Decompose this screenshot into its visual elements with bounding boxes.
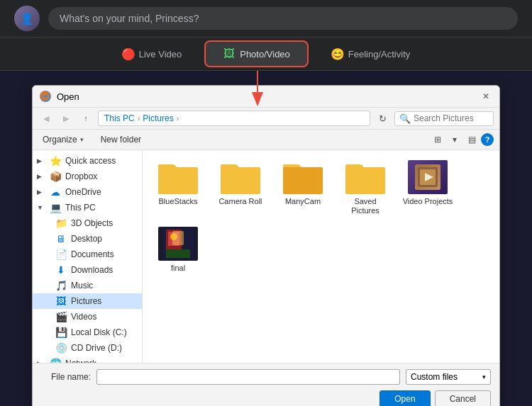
filename-label: File name: xyxy=(41,372,91,382)
fb-header: 👤 What's on your mind, Princess? xyxy=(0,0,532,38)
live-video-icon: 🔴 xyxy=(122,47,135,60)
refresh-button[interactable]: ↻ xyxy=(375,111,390,126)
view-chevron-btn[interactable]: ▾ xyxy=(447,132,462,147)
final-card xyxy=(162,228,194,259)
action-row: Open Cancel xyxy=(41,390,491,406)
filetype-chevron-icon: ▾ xyxy=(482,373,486,380)
network-chevron-icon: ▶ xyxy=(37,360,45,363)
dialog-title-left: Open xyxy=(40,91,79,102)
dialog-title-text: Open xyxy=(57,91,79,102)
new-folder-button[interactable]: New folder xyxy=(96,133,145,146)
camera-roll-folder-icon xyxy=(221,160,260,194)
sidebar-item-desktop[interactable]: 🖥 Desktop xyxy=(33,231,142,247)
back-button[interactable]: ◀ xyxy=(38,111,54,126)
saved-pictures-folder-icon xyxy=(345,160,385,194)
forward-button[interactable]: ▶ xyxy=(58,111,74,126)
sidebar-item-network[interactable]: ▶ 🌐 Network xyxy=(33,356,142,363)
video-projects-thumbnail xyxy=(408,160,448,194)
dropbox-chevron-icon: ▶ xyxy=(37,173,45,180)
feeling-activity-btn[interactable]: 😊 Feeling/Activity xyxy=(314,40,427,67)
file-item-bluestacks[interactable]: BlueStacks xyxy=(150,157,206,218)
what-on-mind-input[interactable]: What's on your mind, Princess? xyxy=(48,7,518,30)
dialog-close-button[interactable]: ✕ xyxy=(480,90,492,103)
avatar: 👤 xyxy=(14,6,40,31)
filetype-label: Custom files xyxy=(411,372,458,382)
live-video-label: Live Video xyxy=(139,49,182,60)
sidebar-label-quick-access: Quick access xyxy=(65,156,116,166)
sidebar-item-downloads[interactable]: ⬇ Downloads xyxy=(33,262,142,278)
saved-pictures-label: Saved Pictures xyxy=(340,197,391,215)
up-button[interactable]: ↑ xyxy=(78,111,94,126)
cd-drive-icon: 💿 xyxy=(55,342,67,354)
sidebar-item-this-pc[interactable]: ▼ 💻 This PC xyxy=(33,200,142,215)
dialog-window-icon xyxy=(40,91,51,102)
sidebar-item-pictures[interactable]: 🖼 Pictures xyxy=(33,293,142,309)
sidebar-label-cd-drive: CD Drive (D:) xyxy=(71,343,122,353)
breadcrumb-bar: This PC › Pictures › xyxy=(98,111,370,126)
videos-icon: 🎬 xyxy=(55,311,67,322)
organize-button[interactable]: Organize ▾ xyxy=(38,133,88,146)
preview-pane-btn[interactable]: ▤ xyxy=(464,132,480,147)
breadcrumb-pictures[interactable]: Pictures xyxy=(143,113,173,123)
photo-video-label: Photo/Video xyxy=(240,49,290,60)
search-bar[interactable]: 🔍 xyxy=(394,111,494,126)
sidebar-label-pictures: Pictures xyxy=(71,296,101,306)
sidebar-item-3d-objects[interactable]: 📁 3D Objects xyxy=(33,215,142,231)
file-item-camera-roll[interactable]: Camera Roll xyxy=(212,157,269,218)
sidebar-item-cd-drive[interactable]: 💿 CD Drive (D:) xyxy=(33,340,142,356)
onedrive-chevron-icon: ▶ xyxy=(37,188,45,196)
svg-rect-6 xyxy=(168,232,179,246)
sidebar-item-videos[interactable]: 🎬 Videos xyxy=(33,309,142,325)
breadcrumb-thispc[interactable]: This PC xyxy=(104,113,135,123)
sidebar-item-quick-access[interactable]: ▶ ⭐ Quick access xyxy=(33,153,142,169)
dropbox-icon: 📦 xyxy=(50,171,61,182)
dialog-sidebar: ▶ ⭐ Quick access ▶ 📦 Dropbox ▶ ☁ OneDriv… xyxy=(33,150,143,363)
post-actions-bar: 🔴 Live Video 🖼 Photo/Video 😊 Feeling/Act… xyxy=(0,38,532,71)
file-item-manycam[interactable]: ManyCam xyxy=(275,157,331,218)
filetype-select[interactable]: Custom files ▾ xyxy=(406,369,491,385)
view-toggle-btn[interactable]: ⊞ xyxy=(430,132,445,147)
final-label: final xyxy=(171,264,185,273)
filename-input[interactable] xyxy=(96,369,400,385)
sidebar-item-music[interactable]: 🎵 Music xyxy=(33,278,142,293)
desktop-icon: 🖥 xyxy=(55,233,67,244)
live-video-btn[interactable]: 🔴 Live Video xyxy=(105,40,199,67)
3d-objects-icon: 📁 xyxy=(55,218,67,229)
sidebar-item-local-disk[interactable]: 💾 Local Disk (C:) xyxy=(33,325,142,340)
video-projects-figure xyxy=(415,164,440,190)
sidebar-label-local-disk: Local Disk (C:) xyxy=(71,327,127,337)
manycam-label: ManyCam xyxy=(285,197,321,206)
file-item-video-projects[interactable]: Video Projects xyxy=(399,157,456,218)
sidebar-label-documents: Documents xyxy=(71,249,114,259)
network-icon: 🌐 xyxy=(50,358,61,363)
sidebar-label-music: Music xyxy=(71,281,93,291)
dialog-files-area: BlueStacks Camera Roll ManyCam xyxy=(143,150,499,363)
sidebar-label-onedrive: OneDrive xyxy=(65,187,101,197)
sidebar-item-documents[interactable]: 📄 Documents xyxy=(33,247,142,262)
sidebar-item-onedrive[interactable]: ▶ ☁ OneDrive xyxy=(33,184,142,200)
help-icon[interactable]: ? xyxy=(481,133,494,146)
this-pc-icon: 💻 xyxy=(50,202,61,213)
filename-row: File name: Custom files ▾ xyxy=(41,369,491,385)
sidebar-label-dropbox: Dropbox xyxy=(65,171,97,181)
svg-point-7 xyxy=(170,233,177,240)
pictures-icon: 🖼 xyxy=(55,295,67,307)
dialog-titlebar: Open ✕ xyxy=(33,86,499,108)
cancel-button[interactable]: Cancel xyxy=(435,390,491,406)
onedrive-icon: ☁ xyxy=(50,186,61,198)
search-icon: 🔍 xyxy=(399,113,411,124)
sidebar-label-desktop: Desktop xyxy=(71,234,102,244)
quick-access-icon: ⭐ xyxy=(50,155,61,167)
sidebar-item-dropbox[interactable]: ▶ 📦 Dropbox xyxy=(33,169,142,184)
bluestacks-folder-icon xyxy=(158,160,198,194)
search-input[interactable] xyxy=(414,113,489,123)
file-item-final[interactable]: final xyxy=(150,224,206,276)
open-button[interactable]: Open xyxy=(379,390,430,406)
file-item-saved-pictures[interactable]: Saved Pictures xyxy=(337,157,394,218)
photo-video-btn[interactable]: 🖼 Photo/Video xyxy=(204,40,309,67)
sidebar-label-downloads: Downloads xyxy=(71,265,113,275)
dialog-toolbar: Organize ▾ New folder ⊞ ▾ ▤ ? xyxy=(33,130,499,150)
manycam-folder-icon xyxy=(283,160,323,194)
svg-rect-8 xyxy=(166,249,190,258)
local-disk-icon: 💾 xyxy=(55,327,67,338)
